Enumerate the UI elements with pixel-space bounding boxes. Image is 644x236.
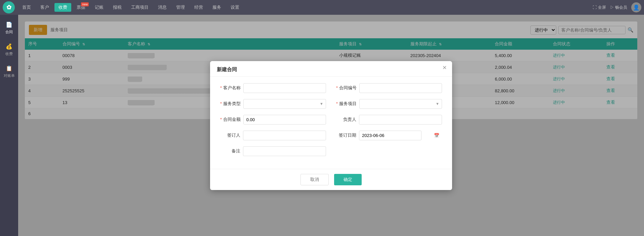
form-row-3: 合同金额 0.00 负责人 (220, 115, 442, 125)
contract-amount-input[interactable]: 0.00 (243, 115, 326, 125)
sidebar-item-label: 对账单 (4, 73, 15, 78)
nav-item-service[interactable]: 服务 (208, 3, 225, 12)
avatar[interactable]: 👤 (631, 2, 641, 12)
sidebar-item-reconcile[interactable]: 📋 对账单 (1, 62, 17, 81)
nav-items: 首页 客户 收费 票据 new 记账 报税 工商项目 消息 管理 经营 服务 设… (18, 3, 593, 12)
signer-label: 签订人 (220, 132, 240, 138)
modal-overlay: 新建合同 ✕ 客户名称 合同编号 (18, 15, 644, 236)
sidebar-item-label: 收费 (5, 51, 13, 56)
sign-date-input[interactable]: 2023-06-06 (359, 131, 421, 140)
nav-item-business[interactable]: 工商项目 (127, 3, 153, 12)
service-item-select-wrapper: ▼ (359, 99, 442, 109)
top-nav: ✿ 首页 客户 收费 票据 new 记账 报税 工商项目 消息 管理 经营 服务… (0, 0, 644, 15)
contract-no-input[interactable] (359, 83, 442, 93)
service-item-select[interactable] (359, 99, 442, 109)
form-group-service-item: 服务项目 ▼ (336, 99, 442, 109)
nav-item-operation[interactable]: 经营 (190, 3, 207, 12)
service-type-label: 服务类型 (220, 101, 241, 107)
new-badge: new (81, 2, 89, 6)
notes-label: 备注 (220, 148, 240, 154)
income-icon: 💰 (5, 43, 13, 50)
notes-input[interactable] (243, 146, 326, 156)
nav-item-ledger[interactable]: 记账 (91, 3, 108, 12)
modal-header: 新建合同 ✕ (210, 61, 452, 77)
form-group-contract-amount: 合同金额 0.00 (220, 115, 326, 125)
nav-item-tax[interactable]: 报税 (109, 3, 126, 12)
modal-title: 新建合同 (217, 66, 237, 72)
sidebar: 📄 合同 💰 收费 📋 对账单 (0, 15, 18, 236)
client-name-label: 客户名称 (220, 85, 241, 91)
nav-right: ⛶ 全屏 ▷ 畅会员 👤 (593, 2, 641, 12)
nav-item-home[interactable]: 首页 (18, 3, 35, 12)
modal-footer: 取消 确定 (210, 169, 452, 190)
form-group-signer: 签订人 (220, 131, 326, 140)
sign-date-label: 签订日期 (336, 132, 356, 138)
form-row-1: 客户名称 合同编号 (220, 83, 442, 93)
nav-item-manage[interactable]: 管理 (172, 3, 189, 12)
sidebar-item-contract[interactable]: 📄 合同 (1, 18, 17, 37)
form-row-4: 签订人 签订日期 2023-06-06 📅 (220, 131, 442, 140)
form-group-responsible: 负责人 (336, 115, 442, 125)
form-group-client-name: 客户名称 (220, 83, 326, 93)
sign-date-wrapper: 2023-06-06 📅 (359, 131, 442, 140)
new-contract-modal: 新建合同 ✕ 客户名称 合同编号 (210, 61, 452, 190)
form-row-2: 服务类型 ▼ 服务项目 (220, 99, 442, 109)
confirm-button[interactable]: 确定 (334, 174, 362, 185)
form-group-contract-no: 合同编号 (336, 83, 442, 93)
form-row-5: 备注 (220, 146, 442, 156)
calendar-icon: 📅 (434, 133, 439, 138)
nav-item-invoice[interactable]: 收费 (54, 3, 71, 12)
content-area: 新增 服务项目 进行中 已完成 已终止 🔍 序号 (18, 15, 644, 236)
member-btn[interactable]: ▷ 畅会员 (610, 5, 627, 10)
contract-icon: 📄 (5, 21, 13, 28)
service-type-select-wrapper: ▼ (243, 99, 326, 109)
form-group-service-type: 服务类型 ▼ (220, 99, 326, 109)
nav-item-client[interactable]: 客户 (36, 3, 53, 12)
responsible-input[interactable] (359, 115, 442, 125)
service-item-label: 服务项目 (336, 101, 357, 107)
responsible-label: 负责人 (336, 116, 356, 123)
signer-input[interactable] (243, 131, 326, 140)
service-type-select[interactable] (243, 99, 326, 109)
nav-item-ticket[interactable]: 票据 new (73, 3, 89, 12)
contract-amount-label: 合同金额 (220, 116, 241, 123)
sidebar-item-income[interactable]: 💰 收费 (1, 40, 17, 59)
form-group-sign-date: 签订日期 2023-06-06 📅 (336, 131, 442, 140)
app-logo: ✿ (3, 1, 15, 13)
form-group-notes: 备注 (220, 146, 326, 156)
modal-body: 客户名称 合同编号 服务类型 (210, 77, 452, 169)
fullscreen-btn[interactable]: ⛶ 全屏 (593, 5, 606, 10)
contract-no-label: 合同编号 (336, 85, 357, 91)
client-name-input[interactable] (243, 83, 326, 93)
nav-item-message[interactable]: 消息 (154, 3, 171, 12)
nav-item-settings[interactable]: 设置 (227, 3, 243, 12)
cancel-button[interactable]: 取消 (300, 174, 329, 185)
sidebar-item-label: 合同 (5, 30, 13, 35)
main-layout: 📄 合同 💰 收费 📋 对账单 新增 服务项目 进行中 已完成 已终止 (0, 15, 644, 236)
modal-close-button[interactable]: ✕ (442, 65, 447, 70)
reconcile-icon: 📋 (5, 64, 13, 72)
